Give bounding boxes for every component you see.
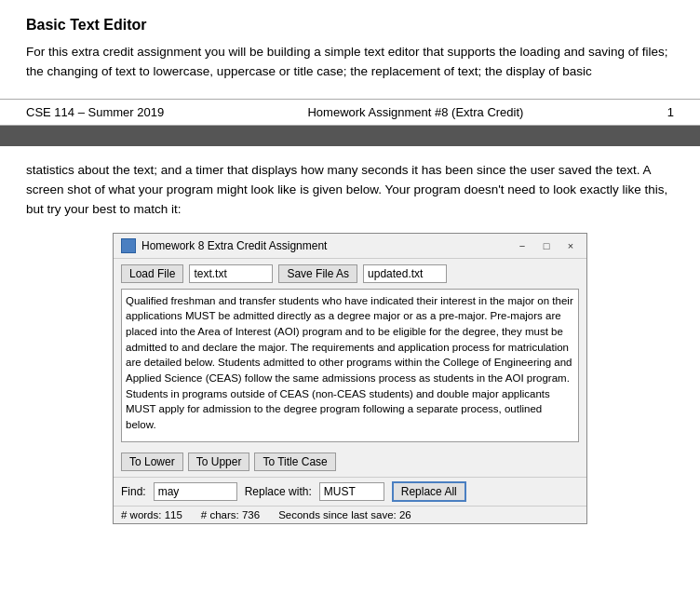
doc-intro-text: For this extra credit assignment you wil… [26, 43, 674, 82]
save-filename-input[interactable] [363, 264, 447, 283]
textarea-wrapper [114, 289, 586, 453]
footer-center: Homework Assignment #8 (Extra Credit) [307, 105, 523, 119]
close-button[interactable]: × [562, 238, 579, 253]
titlebar-left: Homework 8 Extra Credit Assignment [121, 238, 327, 253]
footer-right: 1 [667, 105, 674, 119]
doc-footer: CSE 114 – Summer 2019 Homework Assignmen… [0, 99, 700, 126]
app-window: Homework 8 Extra Credit Assignment − □ ×… [113, 233, 587, 524]
dark-divider-bar [0, 126, 700, 146]
to-lower-button[interactable]: To Lower [121, 453, 183, 471]
main-textarea[interactable] [121, 289, 579, 442]
to-title-case-button[interactable]: To Title Case [254, 453, 335, 471]
chars-count: # chars: 736 [201, 509, 260, 520]
timer-display: Seconds since last save: 26 [278, 509, 411, 520]
case-buttons-row: To Lower To Upper To Title Case [114, 453, 586, 477]
app-icon [121, 238, 136, 253]
words-count: # words: 115 [121, 509, 182, 520]
replace-input[interactable] [319, 482, 384, 501]
app-toolbar: Load File Save File As [114, 259, 586, 289]
find-input[interactable] [154, 482, 237, 501]
app-title-text: Homework 8 Extra Credit Assignment [141, 239, 327, 252]
maximize-button[interactable]: □ [538, 238, 555, 253]
doc-body-text: statistics about the text; and a timer t… [26, 161, 674, 220]
find-label: Find: [121, 485, 146, 498]
filename-input[interactable] [189, 264, 273, 283]
load-file-button[interactable]: Load File [121, 264, 183, 283]
replace-label: Replace with: [245, 485, 312, 498]
doc-bottom-section: statistics about the text; and a timer t… [0, 146, 700, 534]
app-titlebar: Homework 8 Extra Credit Assignment − □ × [114, 234, 586, 259]
app-statusbar: # words: 115 # chars: 736 Seconds since … [114, 506, 586, 523]
doc-top-section: Basic Text Editor For this extra credit … [0, 0, 700, 89]
save-file-as-button[interactable]: Save File As [278, 264, 357, 283]
find-replace-row: Find: Replace with: Replace All [114, 477, 586, 506]
replace-all-button[interactable]: Replace All [392, 481, 466, 502]
footer-left: CSE 114 – Summer 2019 [26, 105, 164, 119]
to-upper-button[interactable]: To Upper [188, 453, 250, 471]
minimize-button[interactable]: − [514, 238, 531, 253]
doc-title: Basic Text Editor [26, 17, 674, 34]
titlebar-controls: − □ × [514, 238, 579, 253]
